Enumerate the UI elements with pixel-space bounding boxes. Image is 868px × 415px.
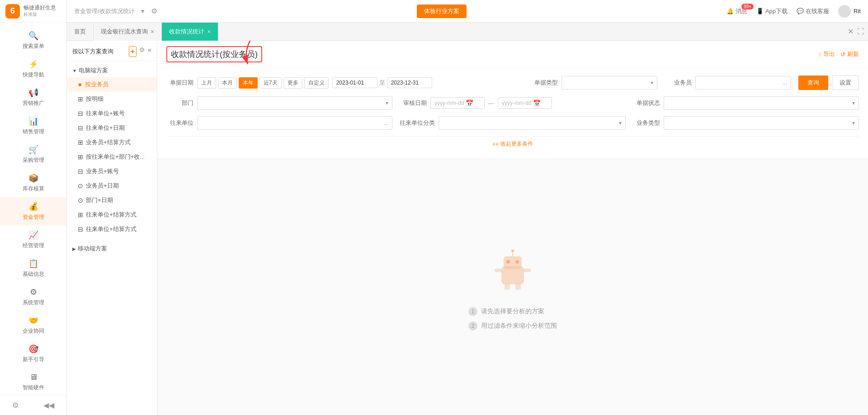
trial-button[interactable]: 体验行业方案: [417, 5, 467, 18]
sidebar-item-operation-label: 经营管理: [23, 242, 44, 250]
bill-type-select[interactable]: ▾: [561, 76, 657, 90]
date-from-input[interactable]: [332, 77, 377, 88]
scheme-icon-partner-dept: ⊞: [78, 153, 83, 160]
date-btn-more[interactable]: 更多: [283, 77, 302, 89]
header-dropdown-icon[interactable]: ▼: [140, 8, 146, 14]
settings-scheme-icon[interactable]: ⚙: [139, 46, 145, 57]
header-message[interactable]: 🔔 消息 99+: [726, 7, 747, 15]
audit-from-calendar-icon[interactable]: 📅: [466, 99, 473, 107]
sidebar-item-search-label: 搜索菜单: [23, 42, 44, 50]
scheme-item-salesperson-account[interactable]: ⊟ 业务员+账号: [67, 164, 157, 179]
collapse-panel-icon[interactable]: «: [148, 46, 151, 57]
app-download-label: App下载: [765, 7, 788, 15]
scheme-item-partner-date[interactable]: ⊟ 往来单位+日期: [67, 121, 157, 135]
basic-icon: 📋: [28, 259, 38, 269]
scheme-icon-salesperson: ●: [78, 80, 82, 89]
tab-close-window-icon[interactable]: ✕: [848, 27, 854, 36]
scheme-item-dept-date[interactable]: ⊙ 部门+日期: [67, 193, 157, 208]
logo-name: 畅捷通好生意: [24, 5, 56, 12]
tab-receipt-close-icon[interactable]: ×: [207, 28, 211, 35]
refresh-icon: ↺: [840, 51, 845, 58]
sidebar-item-finance[interactable]: 💰 资金管理: [0, 197, 66, 226]
date-btn-this-year[interactable]: 本年: [239, 77, 258, 89]
audit-to-calendar-icon[interactable]: 📅: [533, 99, 541, 107]
scheme-item-partner-settlement2[interactable]: ⊟ 往来单位+结算方式: [67, 222, 157, 236]
tab-home[interactable]: 首页: [67, 23, 94, 41]
date-btn-7days[interactable]: 近7天: [259, 77, 282, 89]
date-btn-this-month[interactable]: 本月: [218, 77, 237, 89]
collapse-conditions-bar[interactable]: ∧∧ 收起更多条件: [166, 136, 859, 151]
refresh-button[interactable]: ↺ 刷新: [840, 50, 859, 58]
settings-button[interactable]: 设置: [832, 75, 859, 90]
sidebar-item-enterprise[interactable]: 🤝 企业协同: [0, 311, 66, 340]
header-app-download[interactable]: 📱 App下载: [756, 7, 788, 15]
scheme-item-by-salesperson[interactable]: ● 按业务员: [67, 77, 157, 92]
sidebar-collapse-icon[interactable]: ◀◀: [43, 401, 54, 410]
salesperson-select[interactable]: ...: [695, 76, 791, 90]
salesperson-more-icon[interactable]: ...: [783, 80, 787, 86]
scheme-icon-partner-account: ⊟: [78, 110, 83, 117]
purchase-icon: 🛒: [28, 145, 38, 155]
scheme-item-partner-dept[interactable]: ⊞ 按往来单位+部门+收...: [67, 150, 157, 164]
sidebar-item-hardware[interactable]: 🖥 智能硬件: [0, 368, 66, 395]
user-avatar: [838, 5, 851, 18]
scheme-item-by-detail[interactable]: ⊞ 按明细: [67, 92, 157, 106]
sidebar-item-marketing[interactable]: 📢 营销推广: [0, 83, 66, 112]
quicknav-icon: ⚡: [28, 59, 38, 69]
sidebar-item-operation[interactable]: 📈 经营管理: [0, 226, 66, 254]
sidebar-item-basic[interactable]: 📋 基础信息: [0, 254, 66, 283]
audit-to-input[interactable]: yyyy-mm-dd 📅: [498, 97, 552, 109]
sidebar-item-sales[interactable]: 📊 销售管理: [0, 112, 66, 140]
svg-rect-8: [515, 283, 521, 290]
partner-category-select[interactable]: ▾: [439, 116, 626, 130]
content-area: 按以下方案查询 + ⚙ « ▼ 电脑端方案 ● 按业务员: [67, 41, 868, 415]
sidebar-item-inventory[interactable]: 📦 库存核算: [0, 169, 66, 197]
filter-bill-date: 单据日期 上月 本月 本年 近7天 更多 自定义 至: [166, 77, 524, 89]
hint-text-2: 用过滤条件来缩小分析范围: [481, 322, 557, 330]
partner-select[interactable]: ...: [197, 116, 392, 130]
inventory-icon: 📦: [28, 173, 38, 183]
tab-bank-close-icon[interactable]: ×: [151, 28, 154, 35]
partner-more-icon[interactable]: ...: [384, 120, 388, 126]
audit-from-input[interactable]: yyyy-mm-dd 📅: [430, 97, 485, 109]
header-gear-icon[interactable]: ⚙: [151, 7, 157, 15]
scheme-item-salesperson-date[interactable]: ⊙ 业务员+日期: [67, 179, 157, 193]
date-to-input[interactable]: [387, 77, 432, 88]
header-user[interactable]: Rit: [838, 5, 861, 18]
scheme-item-partner-settlement1[interactable]: ⊞ 往来单位+结算方式: [67, 208, 157, 222]
scheme-item-salesperson-settlement[interactable]: ⊞ 业务员+结算方式: [67, 135, 157, 150]
tab-receipt[interactable]: 收款情况统计 ×: [162, 23, 218, 41]
audit-from-placeholder: yyyy-mm-dd: [434, 100, 464, 106]
sidebar-item-system[interactable]: ⚙ 系统管理: [0, 283, 66, 311]
sidebar-bottom: ⚙ ◀◀: [0, 395, 66, 415]
date-btn-custom[interactable]: 自定义: [304, 77, 329, 89]
tab-bank[interactable]: 现金银行流水查询 ×: [94, 23, 162, 41]
sidebar-item-enterprise-label: 企业协同: [23, 327, 44, 335]
business-type-select[interactable]: ▾: [664, 116, 859, 130]
bill-status-select[interactable]: ▾: [664, 96, 859, 110]
service-icon: 💬: [797, 8, 804, 14]
export-button[interactable]: ↑ 导出: [819, 50, 835, 58]
audit-date-separator: —: [488, 100, 494, 107]
date-btn-last-month[interactable]: 上月: [197, 77, 216, 89]
svg-point-3: [506, 260, 510, 264]
add-scheme-icon[interactable]: +: [129, 46, 137, 57]
sidebar-item-search[interactable]: 🔍 搜索菜单: [0, 26, 66, 55]
bell-icon: 🔔: [726, 8, 734, 14]
scheme-group-desktop[interactable]: ▼ 电脑端方案: [67, 64, 157, 77]
robot-illustration: [490, 248, 535, 293]
scheme-label-partner-settlement1: 往来单位+结算方式: [86, 211, 137, 219]
query-button[interactable]: 查询: [798, 75, 828, 90]
sidebar-item-quicknav[interactable]: ⚡ 快捷导航: [0, 55, 66, 83]
dept-select[interactable]: ▾: [197, 96, 392, 110]
hint-text-1: 请先选择要分析的方案: [481, 307, 544, 316]
tab-expand-icon[interactable]: ⛶: [857, 28, 864, 36]
tab-bank-label: 现金银行流水查询: [101, 28, 148, 36]
scheme-group-mobile[interactable]: ▶ 移动端方案: [67, 242, 157, 255]
scheme-label-detail: 按明细: [86, 95, 104, 103]
sidebar-item-purchase[interactable]: 🛒 采购管理: [0, 140, 66, 169]
header-online-service[interactable]: 💬 在线客服: [797, 7, 829, 15]
scheme-item-partner-account[interactable]: ⊟ 往来单位+账号: [67, 106, 157, 121]
sidebar-item-guide[interactable]: 🎯 新手引导: [0, 340, 66, 368]
sidebar-settings-icon[interactable]: ⚙: [12, 401, 19, 410]
